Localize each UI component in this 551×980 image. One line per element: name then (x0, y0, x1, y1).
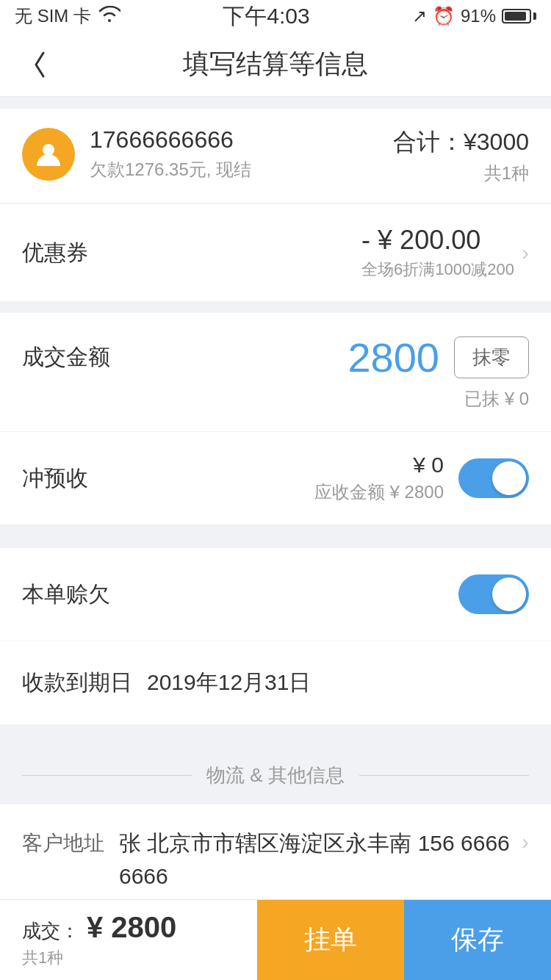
prepay-toggle[interactable] (458, 458, 529, 498)
bottom-deal-amount: ¥ 2800 (87, 911, 176, 944)
wifi-icon (98, 6, 120, 26)
coupon-value-block: - ¥ 200.00 全场6折满1000减200 (361, 225, 514, 281)
status-left: 无 SIM 卡 (15, 4, 120, 28)
prepay-label: 冲预收 (22, 464, 88, 494)
battery-percent: 91% (461, 6, 496, 26)
duedate-row: 收款到期日 2019年12月31日 (0, 641, 551, 724)
debit-toggle[interactable] (458, 574, 529, 614)
deal-label: 成交金额 (22, 342, 110, 372)
debit-label: 本单赊欠 (22, 580, 110, 610)
coupon-arrow-icon: › (522, 240, 529, 265)
customer-info: 17666666666 欠款1276.35元, 现结 (90, 126, 251, 181)
round-zero-button[interactable]: 抹零 (454, 336, 529, 378)
address-row[interactable]: 客户地址 张 北京市市辖区海淀区永丰南 156 6666 6666 › (0, 804, 551, 915)
coupon-right: - ¥ 200.00 全场6折满1000减200 › (361, 225, 529, 281)
debit-row: 本单赊欠 (0, 548, 551, 641)
address-label: 客户地址 (22, 826, 104, 857)
deal-row: 成交金额 2800 抹零 (22, 334, 529, 381)
deal-sub: 已抹 ¥ 0 (22, 387, 529, 411)
customer-sub: 欠款1276.35元, 现结 (90, 158, 251, 181)
toggle-circle (492, 461, 526, 495)
avatar (22, 128, 75, 181)
status-bar: 无 SIM 卡 下午4:03 ↗ ⏰ 91% (0, 0, 551, 32)
save-button[interactable]: 保存 (404, 900, 551, 981)
section-divider-1 (0, 301, 551, 313)
hang-button[interactable]: 挂单 (257, 900, 404, 981)
customer-section: 17666666666 欠款1276.35元, 现结 合计：¥3000 共1种 (0, 109, 551, 203)
svg-point-0 (43, 144, 54, 156)
address-value: 张 北京市市辖区海淀区永丰南 156 6666 6666 (119, 826, 522, 893)
duedate-value: 2019年12月31日 (147, 668, 311, 698)
location-icon: ↗ (412, 6, 427, 26)
coupon-discount: - ¥ 200.00 (361, 225, 514, 256)
page-title: 填写结算等信息 (59, 46, 492, 82)
logistics-label: 物流 & 其他信息 (206, 763, 345, 788)
prepay-amount-block: ¥ 0 应收金额 ¥ 2800 (314, 453, 444, 504)
nav-bar: 填写结算等信息 (0, 32, 551, 97)
bottom-bar: 成交： ¥ 2800 共1种 挂单 保存 (0, 899, 551, 980)
logistics-divider: 物流 & 其他信息 (0, 748, 551, 803)
battery-icon (502, 9, 536, 24)
prepay-sub: 应收金额 ¥ 2800 (314, 480, 444, 504)
coupon-desc: 全场6折满1000减200 (361, 259, 514, 281)
coupon-row[interactable]: 优惠券 - ¥ 200.00 全场6折满1000减200 › (0, 204, 551, 301)
sim-label: 无 SIM 卡 (15, 4, 91, 28)
alarm-icon: ⏰ (433, 6, 455, 26)
total-amount: 合计：¥3000 (393, 126, 529, 159)
divider-line-left (22, 775, 192, 776)
section-divider-2 (0, 525, 551, 536)
customer-left: 17666666666 欠款1276.35元, 现结 (22, 126, 251, 181)
status-right: ↗ ⏰ 91% (412, 6, 536, 26)
status-time: 下午4:03 (223, 1, 309, 32)
deal-right: 2800 抹零 (347, 334, 529, 381)
prepay-right: ¥ 0 应收金额 ¥ 2800 (314, 453, 529, 504)
debit-toggle-circle (492, 577, 526, 611)
total-count: 共1种 (393, 162, 529, 185)
deal-amount: 2800 (347, 334, 439, 381)
address-arrow-icon: › (522, 826, 529, 854)
back-button[interactable] (22, 46, 59, 83)
deal-section: 成交金额 2800 抹零 已抹 ¥ 0 (0, 313, 551, 431)
customer-right: 合计：¥3000 共1种 (393, 126, 529, 185)
prepay-row: 冲预收 ¥ 0 应收金额 ¥ 2800 (0, 431, 551, 525)
duedate-label: 收款到期日 (22, 668, 132, 698)
section-divider-3 (0, 724, 551, 736)
prepay-amount: ¥ 0 (314, 453, 444, 478)
customer-phone: 17666666666 (90, 126, 251, 154)
bottom-summary: 成交： ¥ 2800 共1种 (0, 911, 257, 969)
bottom-deal-row: 成交： ¥ 2800 (22, 911, 235, 944)
divider-line-right (359, 775, 529, 776)
bottom-count: 共1种 (22, 947, 235, 969)
bottom-deal-label: 成交： (22, 918, 79, 944)
coupon-label: 优惠券 (22, 238, 88, 268)
